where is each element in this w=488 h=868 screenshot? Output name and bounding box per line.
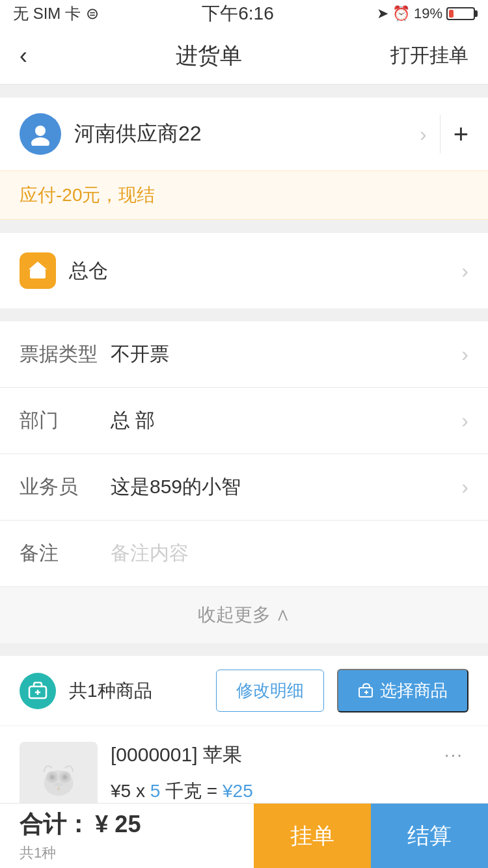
status-left: 无 SIM 卡 ⊜ [13,3,99,24]
product-header: 共1种商品 修改明细 选择商品 [0,656,488,726]
open-hang-button[interactable]: 打开挂单 [390,42,468,69]
product-name: [0000001] 苹果 [111,742,426,768]
svg-point-17 [54,783,63,787]
total-count: 共1种 [20,843,234,863]
divider-2 [0,220,488,233]
svg-point-0 [35,126,46,136]
department-row[interactable]: 部门 总 部 › [0,388,488,454]
svg-marker-3 [29,262,47,269]
product-count-icon [20,673,56,709]
status-bar: 无 SIM 卡 ⊜ 下午6:16 ➤ ⏰ 19% [0,0,488,27]
warehouse-row[interactable]: 总仓 › [0,233,488,308]
edit-detail-button[interactable]: 修改明细 [216,670,324,712]
select-product-button[interactable]: 选择商品 [337,669,468,712]
department-chevron-icon: › [461,409,468,433]
salesperson-row[interactable]: 业务员 这是859的小智 › [0,454,488,520]
department-value: 总 部 [111,407,461,434]
salesperson-label: 业务员 [20,474,111,500]
total-section: 合计： ¥ 25 共1种 [0,804,254,868]
warning-banner: 应付-20元，现结 [0,170,488,220]
warehouse-name: 总仓 [69,258,461,284]
remark-row[interactable]: 备注 备注内容 [0,521,488,586]
location-icon: ➤ [377,5,388,22]
svg-rect-2 [30,269,46,278]
divider-3 [0,308,488,321]
owl-logo-icon [36,758,81,804]
warehouse-icon [20,252,56,289]
supplier-row[interactable]: 河南供应商22 › + [0,98,488,170]
product-count-text: 共1种商品 [69,679,203,703]
wifi-icon: ⊜ [86,5,99,23]
salesperson-chevron-icon: › [461,475,468,499]
remark-label: 备注 [20,540,111,567]
ticket-type-chevron-icon: › [461,342,468,366]
nav-bar: ‹ 进货单 打开挂单 [0,27,488,85]
back-button[interactable]: ‹ [20,42,27,70]
total-amount: 合计： ¥ 25 [20,809,234,841]
product-more-button[interactable]: ··· [439,742,468,768]
supplier-name: 河南供应商22 [74,120,420,148]
divider-1 [0,85,488,98]
ticket-type-row[interactable]: 票据类型 不开票 › [0,321,488,387]
status-time: 下午6:16 [202,1,274,26]
collapse-button[interactable]: 收起更多 ∧ [0,586,488,643]
page-title: 进货单 [176,41,242,71]
supplier-avatar [20,113,61,155]
battery-percent: 19% [414,5,442,22]
ticket-type-value: 不开票 [111,341,461,368]
status-right: ➤ ⏰ 19% [377,5,475,22]
battery-icon [446,7,475,20]
person-icon [29,122,52,146]
warehouse-chevron-icon: › [461,259,468,283]
ticket-type-label: 票据类型 [20,341,111,368]
vertical-divider [440,115,441,154]
svg-point-1 [31,137,49,146]
product-price: ¥5 x 5 千克 = ¥25 [111,779,426,804]
svg-point-15 [50,776,54,780]
salesperson-value: 这是859的小智 [111,474,461,500]
bottom-bar: 合计： ¥ 25 共1种 挂单 结算 [0,803,488,868]
hang-button[interactable]: 挂单 [254,804,371,868]
supplier-chevron-icon: › [420,122,427,146]
remark-input[interactable]: 备注内容 [111,540,468,567]
cart-icon [358,683,375,699]
department-label: 部门 [20,407,111,434]
sim-status: 无 SIM 卡 [13,3,81,24]
product-info: [0000001] 苹果 ¥5 x 5 千克 = ¥25 [111,742,426,804]
svg-point-16 [63,776,67,780]
add-supplier-button[interactable]: + [454,120,468,149]
checkout-button[interactable]: 结算 [371,804,488,868]
alarm-icon: ⏰ [392,5,410,22]
